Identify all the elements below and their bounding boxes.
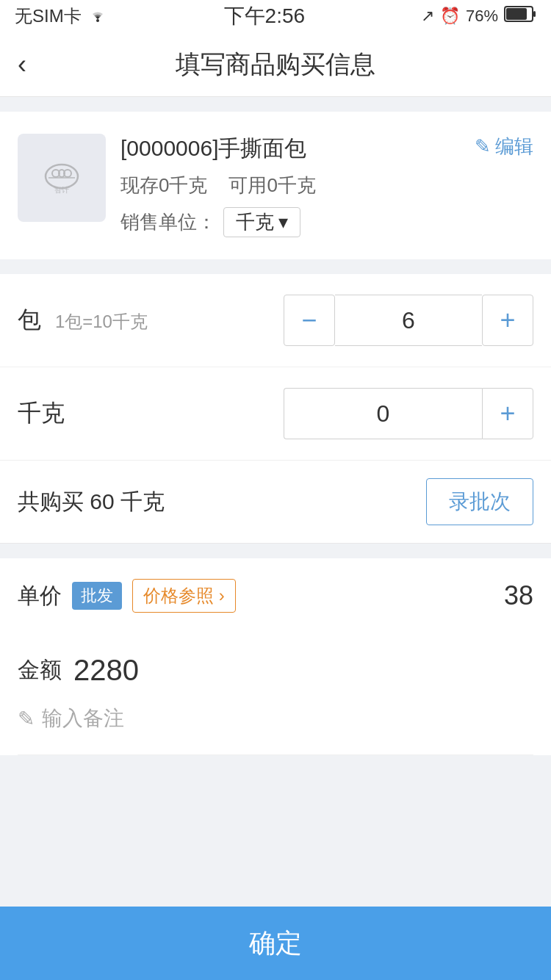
price-label: 单价 <box>18 581 62 611</box>
amount-label: 金额 <box>18 655 62 685</box>
svg-rect-2 <box>506 8 527 20</box>
status-right: ↗ ⏰ 76% <box>421 6 536 26</box>
price-tag: 批发 <box>72 582 122 610</box>
status-time: 下午2:56 <box>224 2 306 30</box>
confirm-button[interactable]: 确定 <box>0 907 551 980</box>
note-row[interactable]: ✎ 输入备注 <box>18 705 533 755</box>
amount-row: 金额 2280 <box>18 654 533 687</box>
product-stock: 现存0千克 可用0千克 <box>120 173 533 198</box>
amount-section: 金额 2280 ✎ 输入备注 <box>0 633 551 755</box>
unit-select[interactable]: 千克 ▾ <box>223 207 300 237</box>
amount-value: 2280 <box>73 654 139 687</box>
status-left: 无SIM卡 <box>15 4 108 28</box>
product-card: 智计 [0000006]手撕面包 现存0千克 可用0千克 销售单位： 千克 ▾ … <box>0 112 551 259</box>
back-button[interactable]: ‹ <box>18 49 26 80</box>
edit-button[interactable]: ✎ 编辑 <box>475 134 533 159</box>
wifi-icon <box>87 6 108 26</box>
carrier-label: 无SIM卡 <box>15 4 82 28</box>
location-icon: ↗ <box>421 7 434 26</box>
status-bar: 无SIM卡 下午2:56 ↗ ⏰ 76% <box>0 0 551 32</box>
kg-quantity-control: + <box>284 388 533 439</box>
product-unit: 销售单位： 千克 ▾ <box>120 207 533 237</box>
bao-plus-button[interactable]: + <box>482 295 533 346</box>
quantity-section: 包 1包=10千克 − + 千克 + <box>0 274 551 461</box>
bao-minus-button[interactable]: − <box>284 295 335 346</box>
price-value: 38 <box>504 580 533 611</box>
battery-label: 76% <box>466 7 498 26</box>
svg-point-0 <box>96 19 99 22</box>
note-placeholder: 输入备注 <box>42 705 124 732</box>
kg-label: 千克 <box>18 397 284 430</box>
total-row: 共购买 60 千克 录批次 <box>0 461 551 544</box>
record-batch-button[interactable]: 录批次 <box>426 478 533 525</box>
page-title: 填写商品购买信息 <box>176 48 375 82</box>
battery-icon <box>504 6 536 26</box>
quantity-row-kg: 千克 + <box>0 367 551 461</box>
bao-quantity-input[interactable] <box>335 295 482 346</box>
bao-quantity-control: − + <box>284 295 533 346</box>
alarm-icon: ⏰ <box>440 7 460 26</box>
nav-bar: ‹ 填写商品购买信息 <box>0 32 551 97</box>
quantity-row-bao: 包 1包=10千克 − + <box>0 274 551 367</box>
product-info: [0000006]手撕面包 现存0千克 可用0千克 销售单位： 千克 ▾ <box>120 134 533 237</box>
price-row: 单价 批发 价格参照 › 38 <box>0 558 551 633</box>
price-reference-button[interactable]: 价格参照 › <box>132 579 236 613</box>
product-name: [0000006]手撕面包 <box>120 134 533 164</box>
note-icon: ✎ <box>18 707 35 731</box>
svg-rect-3 <box>533 11 536 17</box>
chevron-down-icon: ▾ <box>278 211 288 234</box>
kg-quantity-input[interactable] <box>284 388 482 439</box>
bao-label: 包 1包=10千克 <box>18 304 284 336</box>
kg-plus-button[interactable]: + <box>482 388 533 439</box>
price-section: 单价 批发 价格参照 › 38 <box>0 558 551 633</box>
svg-text:智计: 智计 <box>54 186 69 194</box>
edit-icon: ✎ <box>475 135 491 158</box>
total-label: 共购买 60 千克 <box>18 487 165 517</box>
product-image: 智计 <box>18 134 106 222</box>
